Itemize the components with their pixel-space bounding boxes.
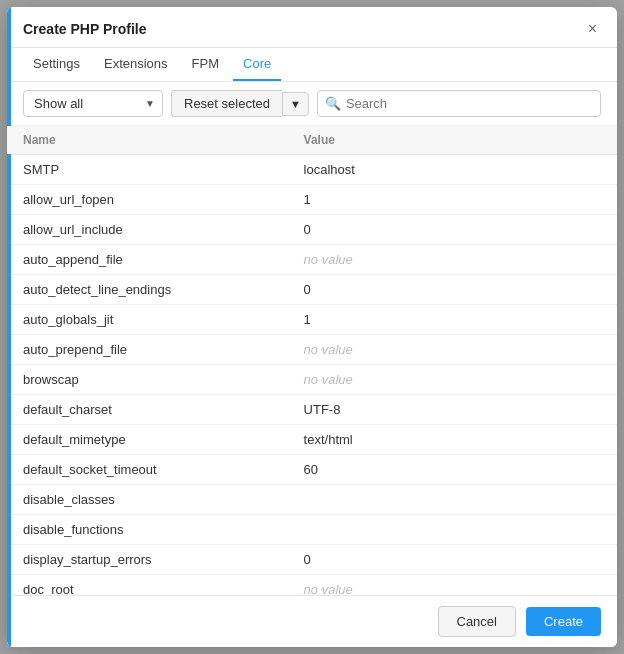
setting-name: auto_globals_jit [7,305,288,335]
setting-value[interactable]: no value [288,245,617,275]
setting-name: auto_append_file [7,245,288,275]
setting-value[interactable]: 0 [288,275,617,305]
setting-value[interactable]: no value [288,575,617,596]
setting-name: allow_url_fopen [7,185,288,215]
table-row: default_mimetypetext/html [7,425,617,455]
no-value-text: no value [304,372,353,387]
show-all-wrapper: Show all ▼ [23,90,163,117]
close-button[interactable]: × [584,19,601,39]
setting-name: doc_root [7,575,288,596]
table-row: default_charsetUTF-8 [7,395,617,425]
modal-overlay: Create PHP Profile × Settings Extensions… [0,0,624,654]
setting-name: auto_prepend_file [7,335,288,365]
setting-value[interactable]: UTF-8 [288,395,617,425]
left-accent [7,7,11,647]
modal-header: Create PHP Profile × [7,7,617,48]
no-value-text: no value [304,252,353,267]
settings-table-container: Name Value SMTPlocalhostallow_url_fopen1… [7,126,617,595]
table-row: allow_url_fopen1 [7,185,617,215]
table-row: auto_detect_line_endings0 [7,275,617,305]
tab-extensions[interactable]: Extensions [94,48,178,81]
cancel-button[interactable]: Cancel [438,606,516,637]
table-row: doc_rootno value [7,575,617,596]
setting-name: SMTP [7,155,288,185]
setting-value[interactable]: localhost [288,155,617,185]
setting-value[interactable] [288,485,617,515]
modal-title: Create PHP Profile [23,21,146,37]
search-wrapper: 🔍 [317,90,601,117]
show-all-select[interactable]: Show all [23,90,163,117]
setting-value[interactable]: 0 [288,215,617,245]
tab-core[interactable]: Core [233,48,281,81]
setting-value[interactable]: text/html [288,425,617,455]
name-column-header: Name [7,126,288,155]
setting-name: default_socket_timeout [7,455,288,485]
modal-footer: Cancel Create [7,595,617,647]
table-row: auto_prepend_fileno value [7,335,617,365]
no-value-text: no value [304,342,353,357]
setting-value[interactable]: 0 [288,545,617,575]
table-body: SMTPlocalhostallow_url_fopen1allow_url_i… [7,155,617,596]
modal: Create PHP Profile × Settings Extensions… [7,7,617,647]
toolbar: Show all ▼ Reset selected ▼ 🔍 [7,82,617,126]
setting-value[interactable]: no value [288,335,617,365]
reset-btn-group: Reset selected ▼ [171,90,309,117]
setting-name: auto_detect_line_endings [7,275,288,305]
setting-name: default_charset [7,395,288,425]
setting-name: browscap [7,365,288,395]
value-column-header: Value [288,126,617,155]
setting-name: display_startup_errors [7,545,288,575]
tab-settings[interactable]: Settings [23,48,90,81]
settings-table: Name Value SMTPlocalhostallow_url_fopen1… [7,126,617,595]
table-row: disable_functions [7,515,617,545]
table-row: display_startup_errors0 [7,545,617,575]
reset-selected-button[interactable]: Reset selected [171,90,282,117]
table-row: SMTPlocalhost [7,155,617,185]
setting-name: default_mimetype [7,425,288,455]
tabs-bar: Settings Extensions FPM Core [7,48,617,82]
setting-value[interactable] [288,515,617,545]
search-input[interactable] [317,90,601,117]
table-row: allow_url_include0 [7,215,617,245]
setting-value[interactable]: no value [288,365,617,395]
setting-value[interactable]: 60 [288,455,617,485]
no-value-text: no value [304,582,353,595]
table-header-row: Name Value [7,126,617,155]
create-button[interactable]: Create [526,607,601,636]
table-row: default_socket_timeout60 [7,455,617,485]
table-row: auto_append_fileno value [7,245,617,275]
tab-fpm[interactable]: FPM [182,48,229,81]
setting-value[interactable]: 1 [288,185,617,215]
setting-name: allow_url_include [7,215,288,245]
reset-dropdown-button[interactable]: ▼ [282,92,309,116]
setting-name: disable_functions [7,515,288,545]
setting-value[interactable]: 1 [288,305,617,335]
search-icon: 🔍 [325,96,341,111]
table-row: auto_globals_jit1 [7,305,617,335]
setting-name: disable_classes [7,485,288,515]
table-row: disable_classes [7,485,617,515]
table-row: browscapno value [7,365,617,395]
